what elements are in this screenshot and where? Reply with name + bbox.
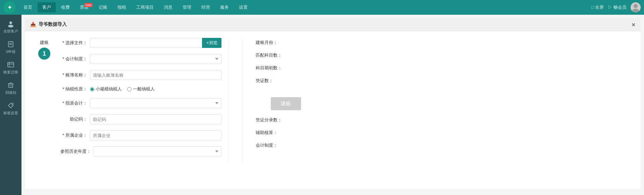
svg-point-6 xyxy=(8,25,13,27)
nav-messages[interactable]: 消息 xyxy=(159,2,177,12)
avatar[interactable] xyxy=(631,2,641,12)
small-taxpayer-label: 小规模纳税人 xyxy=(96,86,122,92)
svg-point-5 xyxy=(9,21,12,24)
info-section: 建账月份： 匹配科目数： 科目期初数： 凭证数： xyxy=(242,38,316,162)
customers-icon xyxy=(7,20,14,27)
sidebar-item-recycle[interactable]: 回收站 xyxy=(0,79,21,98)
nav-home[interactable]: 首页 xyxy=(19,2,37,12)
fullscreen-btn[interactable]: □ 全屏 xyxy=(591,4,604,10)
sidebar-tags-label: 标签设置 xyxy=(3,111,18,116)
assistant-code-input[interactable] xyxy=(90,114,221,124)
history-year-row: 参照历史年度： xyxy=(60,146,221,156)
nav-operations[interactable]: 经营 xyxy=(197,2,215,12)
accounting-system-row: * 会计制度： 小企业会计准则 企业会计准则 xyxy=(60,54,221,64)
tax-type-label: * 纳税性质： xyxy=(60,86,87,92)
sidebar-item-declaration[interactable]: 0申报 xyxy=(0,38,21,57)
sidebar-recycle-label: 回收站 xyxy=(5,90,16,95)
info-accounting-system-label: 会计制度： xyxy=(256,142,283,148)
sidebar-item-all-customers[interactable]: 全部客户 xyxy=(0,17,21,37)
small-taxpayer-radio[interactable] xyxy=(90,87,94,91)
general-taxpayer-option[interactable]: 一般纳税人 xyxy=(127,86,155,92)
accountant-label: * 指派会计： xyxy=(60,100,87,106)
step-number: 1 xyxy=(38,48,50,60)
info-accounting-system-row: 会计制度： xyxy=(256,142,316,148)
svg-rect-13 xyxy=(9,84,13,87)
nav-bookkeeping[interactable]: 记账 xyxy=(94,2,112,12)
declaration-icon xyxy=(7,41,14,48)
file-label: * 选择文件： xyxy=(60,40,87,46)
info-aux-account-label: 辅助核算： xyxy=(256,130,283,136)
company-label: * 所属企业： xyxy=(60,132,87,138)
panel-title-icon: 📥 xyxy=(30,22,36,27)
app-logo: ✦ xyxy=(3,1,15,13)
tax-type-row: * 纳税性质： 小规模纳税人 一般纳税人 xyxy=(60,86,221,92)
ledger-name-label: * 账簿名称： xyxy=(60,72,87,78)
nav-bills[interactable]: 票据 new xyxy=(75,2,93,12)
panel-header: 📥 导爷数据导入 × xyxy=(25,18,641,31)
browse-button[interactable]: +浏览 xyxy=(202,38,221,48)
history-year-label: 参照历史年度： xyxy=(60,148,91,154)
accounting-system-select[interactable]: 小企业会计准则 企业会计准则 xyxy=(90,54,221,64)
build-account-button[interactable]: 建账 xyxy=(271,97,301,110)
layout: 全部客户 0申报 账套迁移 回收站 标签设置 xyxy=(0,15,644,195)
general-taxpayer-radio[interactable] xyxy=(127,87,132,91)
panel-close-button[interactable]: × xyxy=(632,21,635,28)
info-voucher-label: 凭证数： xyxy=(256,78,283,84)
sidebar-item-migration[interactable]: 账套迁移 xyxy=(0,58,21,77)
recycle-icon xyxy=(7,81,14,89)
nav-fees[interactable]: 收费 xyxy=(56,2,75,12)
file-input[interactable] xyxy=(90,38,202,48)
info-match-subjects-row: 匹配科目数： xyxy=(256,52,316,58)
small-taxpayer-option[interactable]: 小规模纳税人 xyxy=(90,86,122,92)
nav-services[interactable]: 服务 xyxy=(215,2,234,12)
panel-title: 导爷数据导入 xyxy=(39,21,67,27)
info-voucher-entries-row: 凭证分录数： xyxy=(256,117,316,123)
main-content: 📥 导爷数据导入 × 建账 1 * 选择文件： +浏览 xyxy=(21,15,644,195)
info-match-subjects-label: 匹配科目数： xyxy=(256,52,283,58)
nav-customers[interactable]: 客户 xyxy=(38,2,56,12)
step-label: 建账 xyxy=(40,40,49,46)
info-aux-account-row: 辅助核算： xyxy=(256,130,316,136)
sidebar-migration-label: 账套迁移 xyxy=(3,70,18,75)
tags-icon xyxy=(7,102,14,109)
info-voucher-row: 凭证数： xyxy=(256,78,316,84)
svg-point-18 xyxy=(12,104,13,105)
panel: 📥 导爷数据导入 × 建账 1 * 选择文件： +浏览 xyxy=(25,18,641,189)
file-select-row: * 选择文件： +浏览 xyxy=(60,38,221,48)
accountant-row: * 指派会计： xyxy=(60,98,221,108)
accountant-select[interactable] xyxy=(90,98,221,108)
svg-point-3 xyxy=(634,4,638,8)
vertical-divider xyxy=(228,38,229,162)
assistant-code-label: 助记码： xyxy=(60,116,87,122)
svg-rect-7 xyxy=(8,42,13,47)
assistant-code-row: 助记码： xyxy=(60,114,221,124)
tax-type-radio-group: 小规模纳税人 一般纳税人 xyxy=(90,86,221,92)
sidebar-all-customers-label: 全部客户 xyxy=(3,29,18,34)
top-nav-right: □ 全屏 ▷ 畅会员 xyxy=(591,2,641,12)
nav-industrial[interactable]: 工商项目 xyxy=(132,2,158,12)
top-nav: ✦ 首页 客户 收费 票据 new 记账 报税 工商项目 消息 管理 经营 服务… xyxy=(0,0,644,15)
general-taxpayer-label: 一般纳税人 xyxy=(133,86,155,92)
vip-btn[interactable]: ▷ 畅会员 xyxy=(608,4,627,10)
info-initial-balance-row: 科目期初数： xyxy=(256,65,316,71)
company-input[interactable] xyxy=(90,130,221,140)
sidebar-item-tags[interactable]: 标签设置 xyxy=(0,99,21,118)
step-section: 建账 1 xyxy=(38,38,50,162)
new-badge: new xyxy=(84,3,93,7)
panel-body: 建账 1 * 选择文件： +浏览 * 会计制度： xyxy=(25,31,641,169)
nav-settings[interactable]: 设置 xyxy=(234,2,252,12)
svg-rect-10 xyxy=(8,62,14,67)
sidebar: 全部客户 0申报 账套迁移 回收站 标签设置 xyxy=(0,15,21,195)
info-month-label: 建账月份： xyxy=(256,40,283,46)
accounting-system-label: * 会计制度： xyxy=(60,56,87,62)
sidebar-declaration-label: 0申报 xyxy=(6,49,15,54)
company-row: * 所属企业： xyxy=(60,130,221,140)
migration-icon xyxy=(7,61,14,68)
nav-tax[interactable]: 报税 xyxy=(113,2,131,12)
ledger-name-input[interactable] xyxy=(90,70,221,80)
info-voucher-entries-label: 凭证分录数： xyxy=(256,117,283,123)
history-year-select[interactable] xyxy=(94,146,221,156)
svg-text:✦: ✦ xyxy=(7,5,12,10)
nav-items: 首页 客户 收费 票据 new 记账 报税 工商项目 消息 管理 经营 服务 设… xyxy=(19,2,591,12)
nav-management[interactable]: 管理 xyxy=(178,2,196,12)
